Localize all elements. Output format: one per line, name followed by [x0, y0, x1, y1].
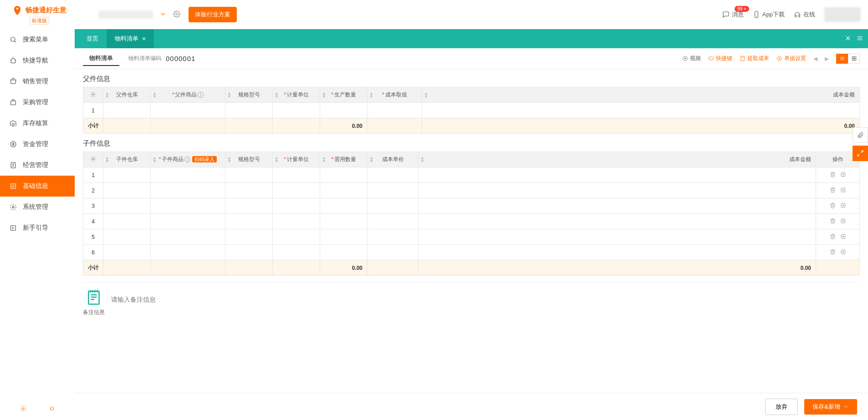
sidebar-item-search[interactable]: 搜索菜单 — [0, 29, 75, 50]
tab-bar: 首页 物料清单 × — [75, 29, 868, 48]
sidebar-item-sales[interactable]: 销售管理 — [0, 71, 75, 92]
col-gear[interactable] — [83, 87, 103, 103]
parent-table: ▲▼父件仓库 ▲▼*父件商品i ▲▼规格型号 ▲▼*计量单位 ▲▼*生产数量 ▲… — [83, 87, 860, 134]
brand-name: 畅捷通好生意 — [26, 6, 66, 15]
svg-line-69 — [861, 151, 863, 153]
delete-row-icon[interactable] — [830, 218, 836, 225]
tool-shortcut[interactable]: 快捷键 — [708, 55, 732, 62]
attachment-button[interactable] — [853, 127, 868, 143]
sidebar-item-label: 采购管理 — [23, 98, 48, 106]
col-spec[interactable]: ▲▼规格型号 — [225, 152, 273, 167]
messages-badge: 99 + — [735, 6, 749, 12]
gear-icon — [90, 156, 96, 162]
col-unit[interactable]: ▲▼*计量单位 — [273, 87, 320, 103]
tabbar-close-all[interactable] — [844, 35, 852, 43]
sidebar-item-label: 资金管理 — [23, 140, 48, 148]
view-list-icon[interactable] — [836, 54, 848, 64]
sidebar-item-system[interactable]: 系统管理 — [0, 197, 75, 218]
sidebar-collapse-icon[interactable] — [48, 405, 55, 414]
delete-row-icon[interactable] — [830, 249, 836, 256]
gear-icon[interactable] — [173, 10, 180, 19]
add-row-icon[interactable] — [840, 202, 846, 210]
table-row[interactable]: 1 — [83, 103, 860, 118]
chevron-down-icon — [159, 10, 167, 19]
col-parent-warehouse[interactable]: ▲▼父件仓库 — [103, 87, 151, 103]
table-row[interactable]: 5 — [83, 229, 860, 245]
col-child-warehouse[interactable]: ▲▼子件仓库 — [103, 152, 151, 167]
phone-icon — [753, 11, 760, 18]
col-unit[interactable]: ▲▼*计量单位 — [273, 152, 320, 167]
tabbar-more[interactable] — [856, 35, 863, 43]
col-unit-cost[interactable]: ▲▼成本单价 — [368, 152, 419, 167]
col-gear[interactable] — [83, 152, 103, 167]
sidebar-item-quicknav[interactable]: 快捷导航 — [0, 50, 75, 71]
sidebar-settings-icon[interactable] — [20, 405, 27, 414]
add-row-icon[interactable] — [840, 233, 846, 241]
promo-button[interactable]: 体验行业方案 — [189, 7, 237, 22]
table-row[interactable]: 2 — [83, 183, 860, 198]
user-avatar-blur[interactable] — [824, 7, 861, 22]
col-spec[interactable]: ▲▼规格型号 — [225, 87, 273, 103]
expand-button[interactable] — [853, 146, 868, 161]
add-row-icon[interactable] — [840, 187, 846, 194]
tool-extract-cost[interactable]: 提取成本 — [740, 55, 769, 62]
nav-prev-icon[interactable]: ◀ — [813, 56, 817, 62]
app-download-label: App下载 — [762, 10, 785, 19]
sidebar-item-purchase[interactable]: 采购管理 — [0, 92, 75, 113]
sidebar-item-inventory[interactable]: 库存核算 — [0, 113, 75, 134]
tool-doc-setting[interactable]: 单据设置 — [776, 55, 806, 62]
subtotal-row: 小计 0.00 0.00 — [83, 260, 860, 276]
tab-home[interactable]: 首页 — [78, 29, 107, 48]
col-need-qty[interactable]: ▲▼*需用数量 — [320, 152, 368, 167]
add-row-icon[interactable] — [840, 172, 846, 179]
table-row[interactable]: 4 — [83, 214, 860, 229]
app-download-button[interactable]: App下载 — [753, 10, 785, 19]
col-child-product[interactable]: ▲▼*子件商品i扫码录入 — [151, 152, 225, 167]
scan-tag[interactable]: 扫码录入 — [192, 156, 217, 162]
svg-rect-7 — [12, 124, 14, 126]
remark-input[interactable] — [111, 289, 860, 310]
table-row[interactable]: 6 — [83, 245, 860, 260]
sidebar-item-finance[interactable]: 资金管理 — [0, 134, 75, 155]
delete-row-icon[interactable] — [830, 187, 836, 194]
sidebar-item-operation[interactable]: 经营管理 — [0, 155, 75, 176]
table-row[interactable]: 1 — [83, 167, 860, 183]
col-qty[interactable]: ▲▼*生产数量 — [320, 87, 368, 103]
save-new-button[interactable]: 保存&新增 — [804, 399, 857, 415]
tool-video[interactable]: 视频 — [682, 55, 701, 62]
basedata-icon — [9, 182, 17, 190]
tab-bom[interactable]: 物料清单 × — [107, 29, 154, 48]
gear-icon — [90, 91, 96, 97]
table-row[interactable]: 3 — [83, 198, 860, 214]
sidebar-item-label: 库存核算 — [23, 119, 48, 127]
document-header: 物料清单 物料清单编码 0000001 视频 快捷键 提取成本 单据设置 ◀ ▶ — [75, 48, 868, 69]
add-row-icon[interactable] — [840, 218, 846, 225]
add-row-icon[interactable] — [840, 249, 846, 256]
discard-button[interactable]: 放弃 — [765, 399, 798, 415]
col-cost-amount[interactable]: ▲▼成本金额 — [419, 152, 816, 167]
col-parent-product[interactable]: ▲▼*父件商品i — [151, 87, 225, 103]
view-grid-icon[interactable] — [848, 54, 860, 64]
doc-code-label: 物料清单编码 — [128, 55, 161, 62]
info-icon[interactable]: i — [198, 92, 204, 98]
delete-row-icon[interactable] — [830, 233, 836, 241]
sidebar-item-label: 快捷导航 — [23, 56, 48, 65]
svg-rect-61 — [88, 291, 99, 304]
org-selector[interactable] — [98, 10, 189, 19]
sidebar-item-basedata[interactable]: 基础信息 — [0, 176, 75, 197]
svg-point-41 — [92, 93, 94, 95]
delete-row-icon[interactable] — [830, 172, 836, 179]
delete-row-icon[interactable] — [830, 202, 836, 210]
close-icon[interactable]: × — [142, 35, 146, 42]
sidebar-item-guide[interactable]: 新手引导 — [0, 218, 75, 238]
col-cost-amount[interactable]: ▲▼成本金额 — [422, 87, 860, 103]
parent-section-title: 父件信息 — [75, 69, 868, 87]
online-support-button[interactable]: 在线 — [794, 10, 815, 19]
org-name-blur — [98, 10, 153, 19]
doc-tab-bom[interactable]: 物料清单 — [83, 51, 119, 66]
nav-next-icon[interactable]: ▶ — [825, 56, 829, 62]
info-icon[interactable]: i — [184, 157, 190, 162]
messages-button[interactable]: 消息 99 + — [722, 10, 744, 19]
svg-point-20 — [22, 408, 24, 410]
col-cost-basis[interactable]: ▲▼*成本取值 — [368, 87, 422, 103]
